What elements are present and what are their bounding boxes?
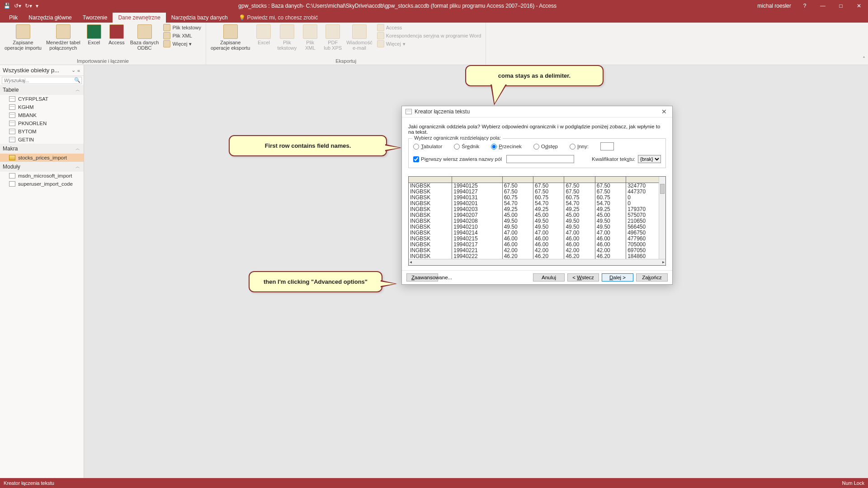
label: Excel (88, 40, 100, 45)
nav-item[interactable]: BYTOM (0, 127, 84, 136)
tell-me[interactable]: 💡Powiedz mi, co chcesz zrobić (233, 13, 324, 23)
odbc-icon (137, 24, 152, 39)
nav-item[interactable]: msdn_microsoft_import (0, 172, 84, 180)
export-access-button: Access (375, 23, 483, 32)
advanced-button[interactable]: Zaawansowane... (406, 273, 438, 282)
nav-item[interactable]: PKNORLEN (0, 119, 84, 127)
col-header (595, 177, 626, 183)
cell: 46.00 (595, 236, 626, 242)
nav-dropdown-icon[interactable]: ⌄ (71, 67, 76, 73)
cell: 60.75 (564, 195, 595, 201)
radio-input[interactable] (413, 144, 419, 150)
tab-create[interactable]: Tworzenie (77, 13, 113, 23)
finish-button[interactable]: Zakończ (636, 273, 668, 282)
maximize-icon[interactable]: □ (832, 0, 850, 12)
section-modules[interactable]: Moduły︿ (0, 162, 84, 172)
label: Więcej (172, 41, 187, 47)
nav-item[interactable]: stocks_prices_import (0, 154, 84, 162)
scroll-thumb[interactable] (660, 184, 665, 194)
help-icon[interactable]: ? (796, 0, 814, 12)
user-name[interactable]: michal roesler (753, 3, 796, 9)
cell: INGBSK (409, 183, 452, 189)
cell: 46.00 (533, 242, 564, 248)
scrollbar-horizontal[interactable]: ◂▸ (409, 259, 665, 265)
nav-item[interactable]: MBANK (0, 111, 84, 119)
redo-icon[interactable]: ↻▾ (25, 3, 32, 9)
cell: INGBSK (409, 230, 452, 236)
tab-home[interactable]: Narzędzia główne (23, 13, 77, 23)
saved-imports-button[interactable]: Zapisane operacje importu (3, 23, 43, 52)
status-bar: Kreator łączenia tekstu Num Lock (0, 478, 868, 488)
cell: INGBSK (409, 236, 452, 242)
first-row-checkbox[interactable]: Pierwszy wiersz zawiera nazwy pól (413, 156, 502, 162)
other-delimiter-input[interactable] (600, 142, 614, 150)
radio-comma[interactable]: Przecinek (491, 144, 522, 150)
section-macros[interactable]: Makra︿ (0, 144, 84, 154)
nav-item[interactable]: GETIN (0, 136, 84, 144)
cell: 42.00 (533, 248, 564, 253)
save-icon[interactable]: 💾 (4, 3, 10, 9)
dialog-close-icon[interactable]: ✕ (660, 108, 669, 115)
nav-item[interactable]: KGHM (0, 103, 84, 111)
cell: 54.70 (564, 201, 595, 206)
saved-exports-button[interactable]: Zapisane operacje eksportu (209, 23, 252, 52)
cell: INGBSK (409, 206, 452, 212)
qat-customize-icon[interactable]: ▾ (36, 3, 38, 9)
next-button[interactable]: Dalej > (602, 273, 633, 282)
label: Plik tekstowy (277, 40, 297, 51)
radio-space[interactable]: Odstęp (533, 144, 558, 150)
first-row-text[interactable] (506, 155, 574, 163)
cell: 19940217 (452, 242, 502, 248)
nav-item[interactable]: superuser_import_code (0, 180, 84, 188)
radio-input[interactable] (491, 144, 497, 150)
nav-item[interactable]: CYFRPLSAT (0, 95, 84, 103)
radio-input[interactable] (454, 144, 460, 150)
linked-table-manager-button[interactable]: Menedżer tabel połączonych (44, 23, 82, 52)
import-xml-button[interactable]: Plik XML (161, 32, 203, 40)
chevron-up-icon: ︿ (75, 164, 80, 170)
tab-file[interactable]: Plik (4, 13, 23, 23)
window-title: gpw_stocks : Baza danych- C:\Users\micha… (42, 3, 753, 9)
scrollbar-vertical[interactable] (659, 177, 665, 259)
radio-semicolon[interactable]: Średnik (454, 144, 479, 150)
search-icon[interactable]: 🔍 (74, 77, 80, 83)
cell: 49.50 (502, 218, 533, 224)
checkbox-input[interactable] (413, 156, 419, 162)
scroll-left-icon[interactable]: ◂ (410, 259, 412, 265)
cell: INGBSK (409, 189, 452, 195)
import-odbc-button[interactable]: Baza danych ODBC (128, 23, 161, 52)
collapse-ribbon-icon[interactable]: ˄ (863, 56, 865, 62)
tell-me-label: Powiedz mi, co chcesz zrobić (247, 14, 318, 21)
nav-header[interactable]: Wszystkie obiekty p... ⌄ « (0, 65, 84, 76)
cell: 46.00 (595, 242, 626, 248)
cell: 49.50 (564, 224, 595, 230)
radio-input[interactable] (533, 144, 539, 150)
cell: 49.50 (533, 218, 564, 224)
cell: INGBSK (409, 253, 452, 259)
status-text: Kreator łączenia tekstu (4, 480, 54, 486)
tab-db-tools[interactable]: Narzędzia bazy danych (166, 13, 233, 23)
radio-tab[interactable]: Tabulator (413, 144, 442, 150)
back-button[interactable]: < Wstecz (567, 273, 599, 282)
close-icon[interactable]: ✕ (850, 0, 868, 12)
search-input[interactable] (2, 77, 82, 84)
import-excel-button[interactable]: Excel (83, 23, 105, 46)
cancel-button[interactable]: Anuluj (533, 273, 565, 282)
minimize-icon[interactable]: — (814, 0, 832, 12)
more-icon (377, 40, 384, 47)
import-text-button[interactable]: Plik tekstowy (161, 23, 203, 32)
import-access-button[interactable]: Access (106, 23, 127, 46)
section-tables[interactable]: Tabele︿ (0, 85, 84, 95)
tab-external-data[interactable]: Dane zewnętrzne (113, 13, 165, 23)
scroll-right-icon[interactable]: ▸ (662, 259, 665, 265)
radio-input[interactable] (570, 144, 576, 150)
qualifier-select[interactable]: {brak} (638, 155, 661, 163)
import-more-button[interactable]: Więcej▾ (161, 40, 203, 48)
undo-icon[interactable]: ↺▾ (14, 3, 21, 9)
nav-collapse-icon[interactable]: « (76, 68, 81, 73)
radio-other[interactable]: Inny: (570, 144, 589, 150)
m-icon (9, 155, 15, 160)
textfile-icon (163, 24, 170, 31)
bulb-icon: 💡 (239, 14, 245, 21)
nav-search[interactable]: 🔍 (2, 77, 82, 84)
